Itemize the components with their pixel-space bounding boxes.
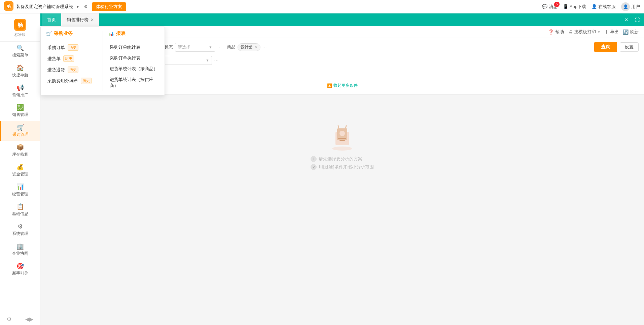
svg-rect-8: [338, 138, 346, 139]
basic-info-icon: 📋: [16, 204, 24, 210]
print-arrow-icon: ▼: [597, 30, 601, 34]
user-btn[interactable]: 👤 用户: [621, 2, 640, 11]
collapse-btn[interactable]: 🔼 收起更多条件: [327, 83, 358, 88]
sidebar-item-sales[interactable]: 💹 销售管理: [0, 101, 40, 121]
sidebar-item-capital[interactable]: 💰 资金管理: [0, 161, 40, 180]
rank-more-icon[interactable]: ···: [121, 57, 126, 63]
logo-area: 畅 标准版: [0, 16, 40, 42]
sidebar-item-marketing[interactable]: 📢 营销推广: [0, 81, 40, 101]
sidebar-item-quick-nav[interactable]: 🏠 快捷导航: [0, 62, 40, 81]
sidebar-item-guide[interactable]: 🎯 新手引导: [0, 260, 40, 280]
date-opt-sep1: |: [125, 45, 126, 49]
rank-value: 金额: [68, 57, 77, 63]
filter-area: 日期 2024-01-01 - 2024-12-31 近7天 | 更多 | 自定…: [40, 38, 644, 95]
customer-more-icon[interactable]: ···: [126, 70, 130, 76]
sidebar-item-system[interactable]: ⚙ 系统管理: [0, 220, 40, 240]
rank-label: 排名项目: [46, 57, 63, 63]
top-bar: 畅 装备及固定资产辅助管理系统 ▼ ⚙ 体验行业方案 💬 消息 5 📱 App下…: [0, 0, 644, 13]
toolbar: ❓ 帮助 🖨 按模板打印 ▼ ⬆ 导出 🔄 刷新: [40, 26, 644, 38]
message-icon: 💬: [542, 4, 547, 9]
goods-filter-item: 商品 设计桑 ✕ ···: [227, 43, 294, 51]
system-icon: ⚙: [17, 224, 23, 230]
sidebar-item-search[interactable]: 🔍 搜索菜单: [0, 42, 40, 62]
collapse-up-icon: 🔼: [327, 83, 332, 88]
print-icon: 🖨: [568, 29, 573, 35]
svg-text:畅: 畅: [7, 4, 11, 8]
capital-icon: 💰: [16, 164, 24, 170]
rank-filter-item: 排名项目 金额 ▼ ···: [46, 55, 126, 65]
enterprise-icon: 🏢: [16, 243, 24, 249]
rank-select[interactable]: 金额 ▼: [65, 55, 119, 65]
tab-close-icon[interactable]: ✕: [91, 17, 94, 22]
message-badge: 5: [554, 2, 560, 7]
sidebar-item-basic-info[interactable]: 📋 基础信息: [0, 200, 40, 220]
sidebar: 畅 标准版 🔍 搜索菜单 🏠 快捷导航 📢 营销推广 💹 销售管理 🛒: [0, 13, 40, 325]
help-icon: ❓: [548, 29, 554, 35]
tab-bar-actions: ✕ ⛶: [622, 16, 644, 24]
refresh-icon: 🔄: [623, 29, 629, 35]
messages-btn[interactable]: 💬 消息 5: [542, 4, 558, 10]
date-opt-sep2: |: [137, 45, 138, 49]
staff-select[interactable]: 请选择 ▼: [145, 56, 212, 65]
export-icon: ⬆: [605, 29, 609, 35]
collapse-sidebar-icon[interactable]: ◀▶: [25, 316, 33, 322]
hint-text-1: 请先选择要分析的方案: [319, 156, 362, 162]
online-service-btn[interactable]: 👤 在线客服: [592, 4, 616, 10]
print-btn[interactable]: 🖨 按模板打印 ▼: [568, 29, 601, 35]
sidebar-item-enterprise[interactable]: 🏢 企业协同: [0, 240, 40, 260]
order-status-label: 单据状态: [155, 44, 173, 50]
tab-maximize-icon[interactable]: ⛶: [633, 16, 641, 24]
svg-line-11: [346, 126, 346, 128]
content-area: 首页 销售排行榜 ✕ ✕ ⛶ ❓ 帮助 🖨 按模板打印: [40, 13, 644, 325]
refresh-btn[interactable]: 🔄 刷新: [623, 29, 639, 35]
filter-row-1: 日期 2024-01-01 - 2024-12-31 近7天 | 更多 | 自定…: [46, 42, 639, 52]
staff-more-icon[interactable]: ···: [214, 57, 218, 63]
logo-label: 标准版: [14, 32, 26, 37]
goods-tag-close-icon[interactable]: ✕: [254, 45, 257, 49]
service-icon: 👤: [592, 4, 597, 9]
customer-filter-item: 客户 请选择 ···: [46, 68, 130, 77]
settings-icon[interactable]: ⚙: [82, 3, 89, 10]
filter-row-2: 排名项目 金额 ▼ ··· 业务员 请选择 ▼ ···: [46, 55, 639, 65]
date-opt-7days[interactable]: 近7天: [113, 44, 124, 50]
query-btn[interactable]: 查询: [594, 42, 617, 52]
date-opt-custom[interactable]: 自定义: [139, 44, 151, 50]
date-label: 日期: [46, 44, 55, 50]
svg-point-4: [332, 147, 352, 151]
app-download-btn[interactable]: 📱 App下载: [563, 4, 586, 10]
svg-rect-9: [339, 140, 345, 141]
empty-hints: 1 请先选择要分析的方案 2 用[过滤]条件来缩小分析范围: [311, 156, 373, 170]
empty-hint-2: 2 用[过滤]条件来缩小分析范围: [311, 164, 373, 170]
sidebar-item-inventory[interactable]: 📦 库存核算: [0, 141, 40, 161]
staff-arrow-icon: ▼: [206, 58, 209, 62]
goods-label: 商品: [227, 44, 236, 50]
sidebar-item-purchase[interactable]: 🛒 采购管理: [0, 121, 40, 141]
home-icon: 🏠: [16, 65, 24, 71]
export-btn[interactable]: ⬆ 导出: [605, 29, 619, 35]
sidebar-logo: 畅: [14, 19, 26, 31]
tab-bar: 首页 销售排行榜 ✕ ✕ ⛶: [40, 13, 644, 26]
date-opt-more[interactable]: 更多: [127, 44, 135, 50]
help-btn[interactable]: ❓ 帮助: [548, 29, 564, 35]
avatar: 👤: [621, 2, 630, 11]
order-status-select[interactable]: 请选择 ▼: [175, 43, 215, 52]
date-range-input[interactable]: 2024-01-01 - 2024-12-31: [57, 43, 111, 51]
collapse-row: 🔼 收起更多条件: [46, 81, 639, 90]
tab-home[interactable]: 首页: [42, 13, 61, 26]
settings-bottom-icon[interactable]: ⚙: [7, 316, 11, 322]
customer-label: 客户: [46, 70, 55, 76]
svg-line-10: [338, 126, 339, 128]
sidebar-item-operations[interactable]: 📊 经营管理: [0, 180, 40, 200]
tab-sales-rank[interactable]: 销售排行榜 ✕: [61, 13, 99, 26]
sidebar-nav: 🔍 搜索菜单 🏠 快捷导航 📢 营销推广 💹 销售管理 🛒 采购管理 📦: [0, 42, 40, 313]
goods-more-icon[interactable]: ···: [262, 44, 267, 50]
tab-close-page-icon[interactable]: ✕: [622, 16, 631, 24]
industry-btn[interactable]: 体验行业方案: [92, 2, 126, 11]
order-status-arrow-icon: ▼: [209, 45, 212, 49]
search-icon: 🔍: [16, 45, 24, 51]
main-layout: 畅 标准版 🔍 搜索菜单 🏠 快捷导航 📢 营销推广 💹 销售管理 🛒: [0, 13, 644, 325]
setting-btn[interactable]: 设置: [620, 42, 639, 52]
customer-select[interactable]: 请选择: [57, 68, 124, 77]
order-status-more-icon[interactable]: ···: [217, 44, 222, 50]
dropdown-arrow-icon[interactable]: ▼: [76, 4, 80, 9]
